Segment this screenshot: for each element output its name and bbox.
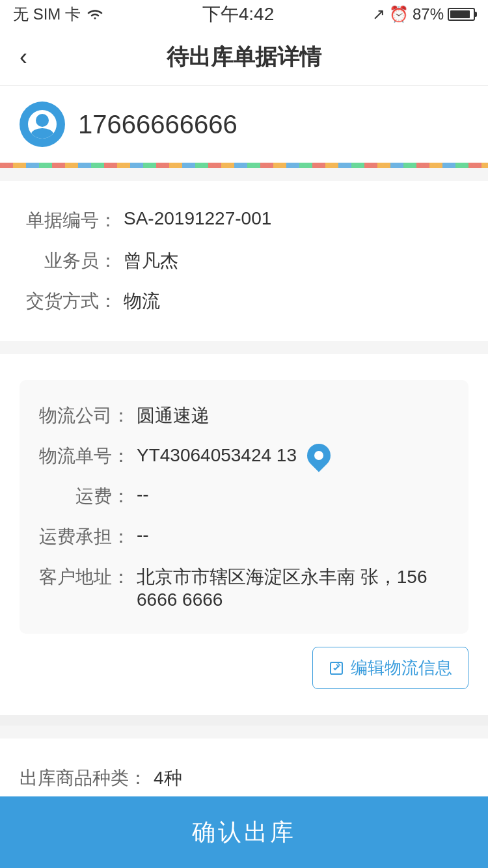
doc-number-label: 单据编号： (20, 208, 117, 233)
doc-number-row: 单据编号： SA-20191227-001 (20, 200, 468, 241)
edit-icon (329, 660, 344, 676)
status-right: ↗ ⏰ 87% (372, 5, 475, 23)
dashed-divider (0, 163, 488, 168)
delivery-method-label: 交货方式： (20, 289, 117, 314)
status-bar: 无 SIM 卡 下午4:42 ↗ ⏰ 87% (0, 0, 488, 29)
edit-logistics-button[interactable]: 编辑物流信息 (312, 647, 468, 689)
address-value: 北京市市辖区海淀区永丰南 张，156 6666 6666 (137, 565, 455, 610)
goods-types-value: 4种 (154, 766, 468, 791)
section-divider (0, 715, 488, 726)
location-pin-icon[interactable] (303, 439, 336, 472)
logistics-company-label: 物流公司： (33, 403, 130, 428)
logistics-section: 物流公司： 圆通速递 物流单号： YT43064053424 13 运费： --… (0, 354, 488, 715)
salesperson-value: 曾凡杰 (124, 249, 468, 273)
tracking-number-row: 物流单号： YT43064053424 13 (33, 436, 455, 476)
salesperson-row: 业务员： 曾凡杰 (20, 241, 468, 281)
battery-icon (448, 8, 475, 21)
doc-number-value: SA-20191227-001 (124, 208, 468, 229)
logistics-company-row: 物流公司： 圆通速递 (33, 396, 455, 436)
tracking-number-label: 物流单号： (33, 444, 130, 468)
bottom-bar: 确认出库 (0, 796, 488, 868)
address-label: 客户地址： (33, 565, 130, 590)
freight-value: -- (137, 484, 455, 505)
basic-info-section: 单据编号： SA-20191227-001 业务员： 曾凡杰 交货方式： 物流 (0, 181, 488, 341)
user-phone: 17666666666 (78, 110, 237, 139)
back-button[interactable]: ‹ (20, 44, 27, 71)
freight-row: 运费： -- (33, 476, 455, 517)
delivery-method-row: 交货方式： 物流 (20, 281, 468, 321)
alarm-icon: ⏰ (389, 5, 409, 23)
tracking-number-value: YT43064053424 13 (137, 444, 455, 467)
user-info-section: 17666666666 (0, 86, 488, 163)
battery-percent: 87% (413, 5, 444, 23)
edit-btn-row: 编辑物流信息 (20, 634, 468, 696)
delivery-method-value: 物流 (124, 289, 468, 314)
page-title: 待出库单据详情 (167, 42, 321, 72)
location-status-icon: ↗ (372, 5, 385, 23)
goods-types-label: 出库商品种类： (20, 766, 147, 791)
status-left: 无 SIM 卡 (13, 4, 104, 25)
freight-bearer-label: 运费承担： (33, 524, 130, 549)
carrier-label: 无 SIM 卡 (13, 4, 81, 25)
time-label: 下午4:42 (202, 2, 275, 27)
goods-types-row: 出库商品种类： 4种 (20, 758, 468, 798)
freight-bearer-row: 运费承担： -- (33, 517, 455, 557)
logistics-card: 物流公司： 圆通速递 物流单号： YT43064053424 13 运费： --… (20, 380, 468, 634)
logistics-company-value: 圆通速递 (137, 403, 455, 428)
avatar (20, 102, 65, 147)
freight-bearer-value: -- (137, 524, 455, 545)
confirm-button[interactable]: 确认出库 (192, 817, 296, 848)
nav-bar: ‹ 待出库单据详情 (0, 29, 488, 86)
wifi-icon (86, 8, 104, 21)
address-row: 客户地址： 北京市市辖区海淀区永丰南 张，156 6666 6666 (33, 557, 455, 618)
avatar-icon (28, 110, 57, 139)
freight-label: 运费： (33, 484, 130, 509)
salesperson-label: 业务员： (20, 249, 117, 273)
